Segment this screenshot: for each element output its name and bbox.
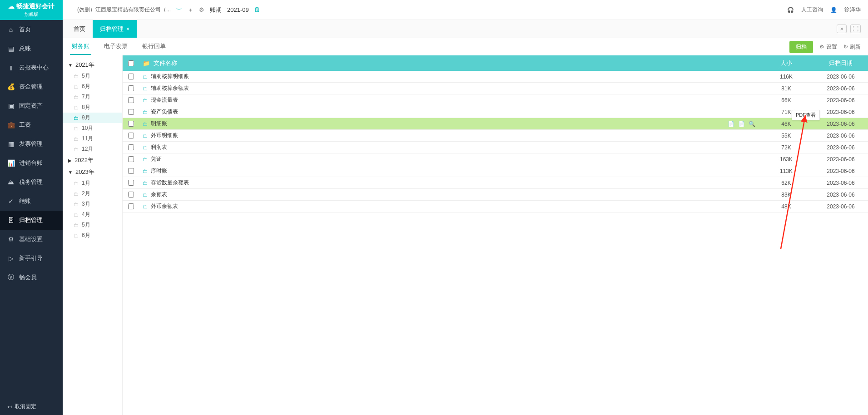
avatar-icon[interactable]: 👤 xyxy=(830,7,837,13)
period-label: 账期 xyxy=(210,6,222,14)
consult-link[interactable]: 人工咨询 xyxy=(801,6,823,14)
plus-icon[interactable]: ＋ xyxy=(188,6,193,14)
cloud-icon: ☁ xyxy=(8,3,15,10)
chevron-down-icon[interactable]: ﹀ xyxy=(176,6,182,14)
user-name[interactable]: 徐泽华 xyxy=(844,6,861,14)
logo: ☁ 畅捷通好会计 旗舰版 xyxy=(0,0,63,20)
headset-icon[interactable]: 🎧 xyxy=(787,7,794,13)
period-value[interactable]: 2021-09 xyxy=(227,6,249,13)
logo-text: 畅捷通好会计 xyxy=(16,2,55,10)
calendar-icon[interactable]: 🗓 xyxy=(254,6,260,13)
company-selector[interactable]: (勿删）江西服宝精品有限责任公司（... xyxy=(77,6,171,14)
gear-icon[interactable]: ⚙ xyxy=(199,6,204,13)
top-header: ☁ 畅捷通好会计 旗舰版 (勿删）江西服宝精品有限责任公司（... ﹀ ＋ ⚙ … xyxy=(0,0,868,20)
logo-subtitle: 旗舰版 xyxy=(25,11,38,18)
